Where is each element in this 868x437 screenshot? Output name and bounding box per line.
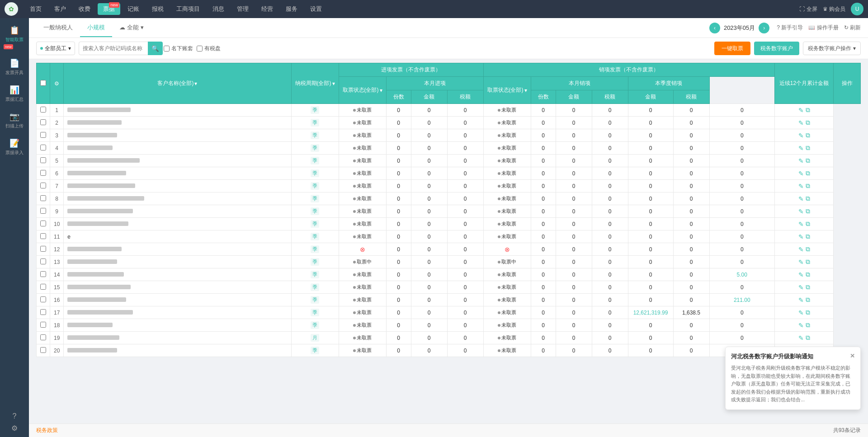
edit-icon[interactable]: ✎	[798, 221, 804, 228]
copy-icon[interactable]: ⧉	[806, 321, 810, 329]
nav-admin[interactable]: 管理	[231, 3, 254, 15]
digital-account-button[interactable]: 税务数字账户	[754, 42, 799, 55]
row-checkbox[interactable]	[40, 284, 46, 290]
row-checkbox[interactable]	[40, 233, 46, 239]
help-icon[interactable]: ?	[13, 412, 17, 420]
nav-message[interactable]: 消息	[207, 3, 230, 15]
edit-icon[interactable]: ✎	[798, 258, 804, 266]
row-checkbox[interactable]	[40, 107, 46, 113]
copy-icon[interactable]: ⧉	[806, 144, 810, 152]
digital-account-ops-button[interactable]: 税务数字账户操作 ▾	[803, 42, 861, 55]
edit-icon[interactable]: ✎	[798, 170, 804, 177]
row-checkbox[interactable]	[40, 322, 46, 328]
row-checkbox[interactable]	[40, 334, 46, 340]
taxdisk-checkbox-input[interactable]	[197, 46, 203, 52]
tab-small-scale[interactable]: 小规模	[80, 19, 112, 37]
tab-all-capable[interactable]: ☁ 全能 ▾	[112, 19, 151, 37]
copy-icon[interactable]: ⧉	[806, 169, 810, 177]
next-month-button[interactable]: ›	[759, 23, 769, 33]
edit-icon[interactable]: ✎	[798, 296, 804, 304]
taxdisk-filter-checkbox[interactable]: 有税盘	[197, 45, 221, 52]
fullscreen-button[interactable]: ⛶ 全屏	[799, 5, 817, 13]
refresh-link[interactable]: ↻ 刷新	[844, 24, 861, 32]
nav-billing[interactable]: 收费	[73, 3, 96, 15]
edit-icon[interactable]: ✎	[798, 157, 804, 164]
notification-close-button[interactable]: ✕	[850, 352, 855, 361]
edit-icon[interactable]: ✎	[798, 284, 804, 291]
row-checkbox[interactable]	[40, 119, 46, 125]
user-avatar[interactable]: U	[851, 3, 863, 15]
edit-icon[interactable]: ✎	[798, 132, 804, 139]
row-checkbox[interactable]	[40, 170, 46, 176]
row-checkbox[interactable]	[40, 157, 46, 163]
edit-icon[interactable]: ✎	[798, 195, 804, 202]
account-checkbox-input[interactable]	[164, 46, 170, 52]
edit-icon[interactable]: ✎	[798, 309, 804, 316]
nav-home[interactable]: 首页	[24, 3, 47, 15]
edit-icon[interactable]: ✎	[798, 208, 804, 215]
edit-icon[interactable]: ✎	[798, 246, 804, 253]
policy-link[interactable]: 税务政策	[36, 427, 58, 434]
sidebar-item-open-invoice[interactable]: 📄 发票开具	[1, 55, 28, 80]
nav-bookkeeping[interactable]: 记账	[122, 3, 145, 15]
copy-icon[interactable]: ⧉	[806, 106, 810, 114]
nav-settings[interactable]: 设置	[305, 3, 327, 15]
copy-icon[interactable]: ⧉	[806, 271, 810, 278]
copy-icon[interactable]: ⧉	[806, 195, 810, 202]
name-filter-icon[interactable]: ▾	[194, 80, 197, 87]
copy-icon[interactable]: ⧉	[806, 258, 810, 266]
out-status-filter-icon[interactable]: ▾	[524, 87, 527, 94]
nav-customer[interactable]: 客户	[49, 3, 71, 15]
sidebar-item-entry[interactable]: 📝 票据录入	[1, 135, 28, 160]
row-checkbox[interactable]	[40, 183, 46, 188]
copy-icon[interactable]: ⧉	[806, 296, 810, 304]
search-button[interactable]: 🔍	[148, 42, 163, 55]
prev-month-button[interactable]: ‹	[709, 23, 720, 33]
employee-select[interactable]: 全部员工 ▾	[36, 42, 75, 55]
select-all-checkbox[interactable]	[40, 80, 46, 86]
copy-icon[interactable]: ⧉	[806, 334, 810, 342]
guide-link[interactable]: ? 新手引导	[777, 24, 803, 32]
edit-icon[interactable]: ✎	[798, 183, 804, 190]
copy-icon[interactable]: ⧉	[806, 182, 810, 190]
search-input[interactable]	[83, 45, 146, 52]
period-filter-icon[interactable]: ▾	[332, 80, 335, 87]
in-status-filter-icon[interactable]: ▾	[380, 87, 382, 94]
edit-icon[interactable]: ✎	[798, 233, 804, 240]
nav-invoice[interactable]: 票据 new	[98, 3, 120, 15]
tab-general-taxpayer[interactable]: 一般纳税人	[36, 19, 80, 37]
row-checkbox[interactable]	[40, 195, 46, 201]
row-checkbox[interactable]	[40, 258, 46, 264]
copy-icon[interactable]: ⧉	[806, 233, 810, 240]
row-checkbox[interactable]	[40, 296, 46, 302]
copy-icon[interactable]: ⧉	[806, 157, 810, 164]
edit-icon[interactable]: ✎	[798, 271, 804, 278]
copy-icon[interactable]: ⧉	[806, 283, 810, 291]
one-click-fetch-button[interactable]: 一键取票	[714, 42, 750, 55]
row-checkbox[interactable]	[40, 132, 46, 138]
edit-icon[interactable]: ✎	[798, 322, 804, 329]
copy-icon[interactable]: ⧉	[806, 309, 810, 316]
nav-operation[interactable]: 经营	[256, 3, 278, 15]
nav-tax[interactable]: 报税	[146, 3, 169, 15]
row-checkbox[interactable]	[40, 309, 46, 315]
row-checkbox[interactable]	[40, 347, 46, 353]
row-checkbox[interactable]	[40, 221, 46, 226]
account-filter-checkbox[interactable]: 名下账套	[164, 45, 193, 52]
edit-icon[interactable]: ✎	[798, 334, 804, 342]
row-checkbox[interactable]	[40, 145, 46, 150]
edit-icon[interactable]: ✎	[798, 145, 804, 152]
sidebar-item-summary[interactable]: 📊 票据汇总	[1, 81, 28, 106]
copy-icon[interactable]: ⧉	[806, 132, 810, 139]
manual-link[interactable]: 📖 操作手册	[808, 24, 838, 32]
row-checkbox[interactable]	[40, 271, 46, 277]
nav-business[interactable]: 工商项目	[171, 3, 205, 15]
row-checkbox[interactable]	[40, 246, 46, 252]
edit-icon[interactable]: ✎	[798, 107, 804, 114]
edit-icon[interactable]: ✎	[798, 119, 804, 127]
copy-icon[interactable]: ⧉	[806, 119, 810, 127]
copy-icon[interactable]: ⧉	[806, 245, 810, 253]
copy-icon[interactable]: ⧉	[806, 207, 810, 215]
settings-icon[interactable]: ⚙	[11, 424, 18, 432]
copy-icon[interactable]: ⧉	[806, 220, 810, 228]
